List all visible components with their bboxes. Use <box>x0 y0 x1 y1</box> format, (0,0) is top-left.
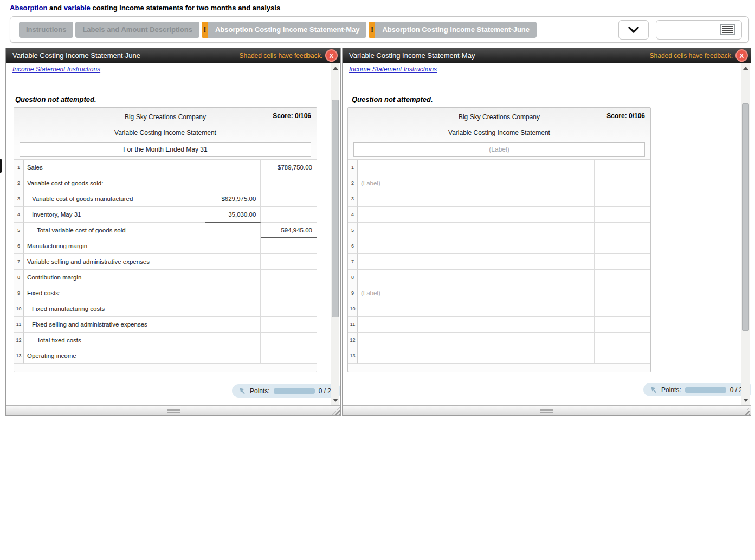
amount-cell-1[interactable]: 35,030.00 <box>205 207 261 223</box>
amount-cell-2[interactable] <box>595 270 650 285</box>
description-cell[interactable]: Total fixed costs <box>24 333 205 348</box>
description-cell[interactable] <box>358 333 539 348</box>
amount-cell-1[interactable] <box>539 348 595 364</box>
amount-cell-2[interactable] <box>595 285 650 301</box>
close-button[interactable]: X <box>735 49 748 62</box>
description-cell[interactable]: Inventory, May 31 <box>24 207 205 223</box>
amount-cell-1[interactable] <box>205 238 261 254</box>
description-cell[interactable]: Variable cost of goods sold: <box>24 175 205 191</box>
amount-cell-2[interactable] <box>595 333 650 348</box>
amount-cell-2[interactable] <box>595 301 650 317</box>
amount-cell-2[interactable] <box>595 317 650 333</box>
amount-cell-1[interactable] <box>539 333 595 348</box>
amount-cell-2[interactable] <box>261 285 317 301</box>
close-button[interactable]: X <box>325 49 338 62</box>
amount-cell-2[interactable] <box>595 175 650 191</box>
amount-cell-2[interactable] <box>595 223 650 238</box>
amount-cell-1[interactable] <box>539 160 595 175</box>
description-cell[interactable]: Fixed selling and administrative expense… <box>24 317 205 333</box>
description-cell[interactable]: (Label) <box>358 175 539 191</box>
amount-cell-1[interactable] <box>539 175 595 191</box>
amount-cell-2[interactable] <box>595 207 650 223</box>
description-cell[interactable] <box>358 207 539 223</box>
title-link[interactable]: variable <box>64 4 91 12</box>
description-cell[interactable]: Variable cost of goods manufactured <box>24 191 205 207</box>
amount-cell-1[interactable]: $629,975.00 <box>205 191 261 207</box>
scroll-down-icon[interactable] <box>333 399 338 402</box>
tab-absorption-costing-income-statement-june[interactable]: Absorption Costing Income Statement-June <box>375 22 537 38</box>
amount-cell-1[interactable] <box>205 301 261 317</box>
amount-cell-1[interactable] <box>539 191 595 207</box>
tab-instructions[interactable]: Instructions <box>19 22 73 38</box>
amount-cell-1[interactable] <box>205 254 261 270</box>
amount-cell-1[interactable] <box>205 175 261 191</box>
resize-grip[interactable] <box>167 409 180 411</box>
description-cell[interactable] <box>358 191 539 207</box>
amount-cell-1[interactable] <box>539 270 595 285</box>
amount-cell-1[interactable] <box>539 207 595 223</box>
amount-cell-2[interactable] <box>595 254 650 270</box>
description-cell[interactable] <box>358 317 539 333</box>
amount-cell-2[interactable] <box>261 254 317 270</box>
amount-cell-1[interactable] <box>205 285 261 301</box>
amount-cell-1[interactable] <box>539 238 595 254</box>
amount-cell-2[interactable] <box>261 191 317 207</box>
description-cell[interactable] <box>358 348 539 364</box>
amount-cell-2[interactable] <box>261 270 317 285</box>
title-link[interactable]: Absorption <box>10 4 47 12</box>
amount-cell-2[interactable] <box>595 160 650 175</box>
amount-cell-2[interactable]: 594,945.00 <box>261 223 317 238</box>
description-cell[interactable]: Sales <box>24 160 205 175</box>
amount-cell-1[interactable] <box>205 348 261 364</box>
description-cell[interactable]: (Label) <box>358 285 539 301</box>
amount-cell-2[interactable] <box>261 301 317 317</box>
vertical-scrollbar[interactable] <box>741 63 750 406</box>
description-cell[interactable]: Fixed manufacturing costs <box>24 301 205 317</box>
amount-cell-2[interactable] <box>261 348 317 364</box>
amount-cell-2[interactable] <box>261 207 317 223</box>
amount-cell-1[interactable] <box>539 285 595 301</box>
scrollbar-thumb[interactable] <box>332 100 339 317</box>
amount-cell-1[interactable] <box>205 160 261 175</box>
scrollbar-thumb[interactable] <box>742 103 749 331</box>
vertical-scrollbar[interactable] <box>331 63 339 406</box>
amount-cell-2[interactable] <box>595 238 650 254</box>
description-cell[interactable]: Fixed costs: <box>24 285 205 301</box>
description-cell[interactable]: Manufacturing margin <box>24 238 205 254</box>
scroll-up-icon[interactable] <box>333 67 338 70</box>
resize-corner-handle[interactable] <box>332 407 340 415</box>
amount-cell-2[interactable] <box>595 191 650 207</box>
description-cell[interactable]: Total variable cost of goods sold <box>24 223 205 238</box>
description-cell[interactable] <box>358 254 539 270</box>
amount-cell-1[interactable] <box>205 317 261 333</box>
view-option-2-button[interactable] <box>685 21 714 39</box>
description-cell[interactable] <box>358 301 539 317</box>
period-label-input[interactable]: For the Month Ended May 31 <box>20 142 311 157</box>
amount-cell-2[interactable]: $789,750.00 <box>261 160 317 175</box>
income-statement-instructions-link[interactable]: Income Statement Instructions <box>349 66 437 73</box>
description-cell[interactable]: Variable selling and administrative expe… <box>24 254 205 270</box>
amount-cell-1[interactable] <box>539 301 595 317</box>
dropdown-button[interactable] <box>618 20 649 40</box>
amount-cell-1[interactable] <box>205 333 261 348</box>
description-cell[interactable] <box>358 270 539 285</box>
amount-cell-2[interactable] <box>261 317 317 333</box>
amount-cell-1[interactable] <box>205 223 261 238</box>
tab-labels-and-amount-descriptions[interactable]: Labels and Amount Descriptions <box>75 22 199 38</box>
income-statement-instructions-link[interactable]: Income Statement Instructions <box>12 66 100 73</box>
list-view-button[interactable] <box>713 21 741 39</box>
period-label-input[interactable]: (Label) <box>353 142 645 157</box>
description-cell[interactable]: Operating income <box>24 348 205 364</box>
amount-cell-1[interactable] <box>205 270 261 285</box>
resize-corner-handle[interactable] <box>743 407 750 415</box>
resize-grip[interactable] <box>540 409 553 411</box>
amount-cell-1[interactable] <box>539 223 595 238</box>
description-cell[interactable] <box>358 160 539 175</box>
description-cell[interactable] <box>358 238 539 254</box>
scroll-down-icon[interactable] <box>743 399 748 402</box>
amount-cell-2[interactable] <box>261 333 317 348</box>
scroll-up-icon[interactable] <box>743 67 748 70</box>
amount-cell-1[interactable] <box>539 254 595 270</box>
amount-cell-2[interactable] <box>595 348 650 364</box>
amount-cell-2[interactable] <box>261 238 317 254</box>
